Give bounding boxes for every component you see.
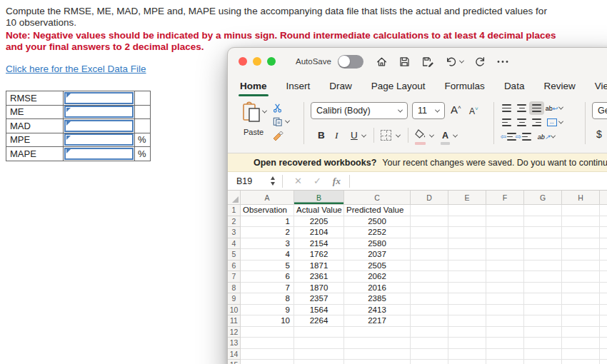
cell-A8[interactable]: 7 [241, 283, 294, 294]
cell-H6[interactable] [562, 261, 600, 272]
cell-F12[interactable] [486, 327, 524, 338]
number-format-select[interactable]: Ge [592, 102, 607, 119]
cell-F5[interactable] [486, 249, 524, 261]
cell-F14[interactable] [486, 349, 524, 360]
cell-I2[interactable] [600, 216, 607, 228]
cell-E11[interactable] [448, 315, 486, 327]
fill-color-button[interactable] [415, 128, 426, 145]
cell-F13[interactable] [486, 338, 524, 349]
cell-G12[interactable] [524, 327, 562, 338]
cell-D5[interactable] [411, 249, 448, 261]
cell-B15[interactable] [294, 360, 344, 364]
cell-H1[interactable] [562, 205, 600, 216]
cell-H11[interactable] [562, 315, 600, 327]
zoom-window-button[interactable] [267, 57, 276, 66]
cell-C7[interactable]: 2062 [344, 271, 411, 283]
cell-G11[interactable] [524, 315, 562, 327]
cell-G13[interactable] [524, 338, 562, 349]
cell-D4[interactable] [411, 238, 448, 250]
cell-D13[interactable] [411, 338, 448, 349]
cell-B14[interactable] [294, 349, 344, 360]
cell-C5[interactable]: 2037 [344, 249, 411, 261]
row-header-1[interactable]: 1 [228, 205, 241, 216]
redo-icon[interactable] [474, 56, 486, 68]
cell-A12[interactable] [241, 327, 294, 338]
name-box-spinner[interactable] [271, 176, 275, 186]
copy-dropdown-chevron[interactable] [285, 118, 290, 123]
column-header-G[interactable]: G [524, 191, 562, 205]
column-header-C[interactable]: C [344, 191, 411, 205]
save-icon[interactable] [398, 56, 411, 68]
cell-A5[interactable]: 4 [241, 249, 294, 261]
paste-dropdown-chevron[interactable] [261, 108, 266, 113]
cell-H8[interactable] [562, 283, 600, 294]
tab-formulas[interactable]: Formulas [445, 81, 485, 91]
answer-input-rmse[interactable] [64, 92, 134, 104]
borders-icon[interactable] [381, 130, 391, 141]
column-header-E[interactable]: E [448, 191, 486, 205]
font-name-select[interactable]: Calibri (Body) [311, 102, 408, 119]
row-header-14[interactable]: 14 [228, 349, 241, 360]
cell-H5[interactable] [562, 249, 600, 261]
cell-F2[interactable] [486, 216, 524, 228]
cell-E6[interactable] [448, 261, 486, 272]
cell-E7[interactable] [448, 271, 486, 283]
cell-C12[interactable] [344, 327, 411, 338]
cell-E15[interactable] [448, 360, 486, 364]
cell-A7[interactable]: 6 [241, 271, 294, 283]
more-options-icon[interactable] [497, 60, 508, 64]
format-painter-icon[interactable] [272, 130, 284, 141]
font-color-chevron[interactable] [453, 133, 458, 138]
cell-F4[interactable] [486, 238, 524, 250]
cell-C2[interactable]: 2500 [344, 216, 411, 228]
wrap-text-icon[interactable]: ab↩ [544, 101, 559, 115]
cell-A6[interactable]: 5 [241, 261, 294, 272]
cell-C9[interactable]: 2385 [344, 293, 411, 305]
cell-F7[interactable] [486, 271, 524, 283]
merge-center-icon[interactable]: ↔ [544, 116, 559, 129]
cell-E12[interactable] [448, 327, 486, 338]
cell-I13[interactable] [600, 338, 607, 349]
cell-G4[interactable] [524, 238, 562, 250]
row-header-15[interactable]: 15 [228, 360, 241, 364]
column-header-H[interactable]: H [562, 191, 600, 205]
accounting-format-button[interactable]: $ [596, 128, 602, 140]
cell-F1[interactable] [486, 205, 524, 216]
align-center-icon[interactable] [514, 116, 529, 129]
cell-B12[interactable] [294, 327, 344, 338]
wrap-text-chevron[interactable] [558, 105, 563, 110]
row-header-6[interactable]: 6 [228, 261, 241, 272]
merge-center-chevron[interactable] [558, 119, 563, 124]
cell-H13[interactable] [562, 338, 600, 349]
cell-G10[interactable] [524, 305, 562, 316]
cell-A2[interactable]: 1 [241, 216, 294, 228]
cell-B1[interactable]: Actual Value [294, 205, 344, 216]
cell-A11[interactable]: 10 [241, 315, 294, 327]
answer-input-mpe[interactable] [64, 133, 134, 146]
grow-font-button[interactable]: A˄ [451, 103, 461, 116]
cell-D6[interactable] [411, 261, 448, 272]
cell-A15[interactable] [241, 360, 294, 364]
cell-I12[interactable] [600, 327, 607, 338]
undo-icon[interactable] [445, 56, 457, 68]
tab-home[interactable]: Home [240, 81, 267, 91]
cell-I5[interactable] [600, 249, 607, 261]
cell-H12[interactable] [562, 327, 600, 338]
underline-button[interactable]: U [351, 130, 358, 141]
cell-C10[interactable]: 2413 [344, 305, 411, 316]
cell-H10[interactable] [562, 305, 600, 316]
row-header-13[interactable]: 13 [228, 338, 241, 349]
cell-E2[interactable] [448, 216, 486, 228]
cell-B5[interactable]: 1762 [294, 249, 344, 261]
cell-F10[interactable] [486, 305, 524, 316]
cell-H9[interactable] [562, 293, 600, 305]
align-bottom-icon[interactable] [529, 101, 544, 115]
shrink-font-button[interactable]: A˅ [469, 106, 478, 116]
cell-C13[interactable] [344, 338, 411, 349]
minimize-window-button[interactable] [253, 57, 261, 66]
cell-E13[interactable] [448, 338, 486, 349]
close-window-button[interactable] [239, 57, 247, 66]
cell-B7[interactable]: 2361 [294, 271, 344, 283]
tab-draw[interactable]: Draw [329, 81, 352, 91]
cancel-entry-icon[interactable]: ✕ [294, 176, 302, 186]
